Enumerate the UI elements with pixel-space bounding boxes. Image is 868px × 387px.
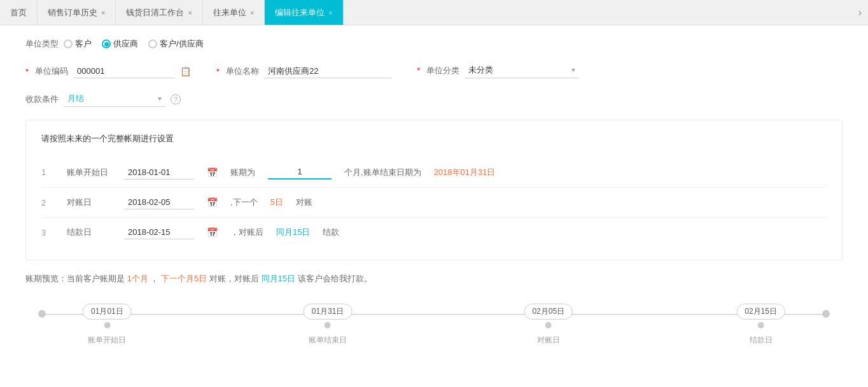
preview-sep2: 对账，对账后 xyxy=(209,274,259,283)
row-2-desc-prefix: ,下一个 xyxy=(230,197,258,208)
tl-badge-2-text: 01月31日 xyxy=(312,307,344,316)
tl-badge-3-text: 02月05日 xyxy=(532,307,564,316)
reconcile-date-cal-icon[interactable]: 📅 xyxy=(207,197,218,208)
unit-type-field: 单位类型 客户 供应商 客户/供应商 xyxy=(25,38,204,50)
payment-label: 收款条件 xyxy=(25,94,59,105)
radio-both-circle xyxy=(148,39,157,48)
payment-value: 月结 xyxy=(67,93,153,104)
tl-sublabel-3: 对账日 xyxy=(537,335,560,346)
preview-part2: 下一个月5日 xyxy=(161,274,207,283)
tl-badge-4: 02月15日 xyxy=(736,304,785,320)
tl-badge-1: 01月01日 xyxy=(83,304,132,320)
preview-label: 账期预览：当前客户账期是 xyxy=(25,274,125,283)
tl-dot-4 xyxy=(758,322,764,328)
unit-name-field: * 单位名称 xyxy=(216,64,391,78)
unit-category-field: * 单位分类 未分类 ▾ xyxy=(417,62,579,78)
radio-customer-circle xyxy=(64,39,73,48)
unit-code-field: * 单位编码 📋 xyxy=(25,64,191,78)
timeline-line xyxy=(38,314,830,315)
payment-field: 收款条件 月结 ▾ ? xyxy=(25,91,181,107)
tab-partner-unit-close[interactable]: × xyxy=(250,9,254,17)
help-icon[interactable]: ? xyxy=(171,94,181,104)
start-date-cal-icon[interactable]: 📅 xyxy=(207,167,218,178)
radio-both[interactable]: 客户/供应商 xyxy=(148,38,204,50)
tl-endpoint-left xyxy=(38,310,46,318)
tl-node-2: 01月31日 账单结束日 xyxy=(304,304,353,346)
unit-code-input[interactable] xyxy=(73,64,175,78)
radio-customer[interactable]: 客户 xyxy=(64,38,92,50)
payment-select[interactable]: 月结 ▾ xyxy=(64,91,165,107)
row-num-2: 2 xyxy=(41,198,54,208)
radio-customer-label: 客户 xyxy=(75,38,92,50)
tl-node-3: 02月05日 对账日 xyxy=(524,304,573,346)
unit-name-required: * xyxy=(216,67,220,76)
payment-date-input[interactable] xyxy=(124,225,194,239)
row-label-2: 对账日 xyxy=(67,197,111,208)
setting-row-2: 2 对账日 📅 ,下一个 5日 对账 xyxy=(41,188,827,218)
main-content: 单位类型 客户 供应商 客户/供应商 * 单位编码 xyxy=(0,25,868,387)
tab-home[interactable]: 首页 xyxy=(0,0,38,25)
tl-badge-4-text: 02月15日 xyxy=(745,307,777,316)
row-num-1: 1 xyxy=(41,167,54,177)
radio-group: 客户 供应商 客户/供应商 xyxy=(64,38,204,50)
setting-row-3: 3 结款日 📅 ，对账后 同月15日 结款 xyxy=(41,218,827,247)
start-date-input[interactable] xyxy=(124,165,194,179)
unit-category-chevron: ▾ xyxy=(571,66,575,74)
payment-chevron: ▾ xyxy=(158,94,162,103)
tab-home-label: 首页 xyxy=(10,7,27,18)
row-1-highlight: 2018年01月31日 xyxy=(434,167,496,178)
tl-dot-1 xyxy=(104,322,110,328)
tab-sales-order-history-close[interactable]: × xyxy=(101,9,105,17)
radio-both-label: 客户/供应商 xyxy=(160,38,204,50)
tab-edit-partner-close[interactable]: × xyxy=(328,9,332,17)
unit-category-label: 单位分类 xyxy=(426,65,459,76)
tl-badge-3: 02月05日 xyxy=(524,304,573,320)
unit-category-select[interactable]: 未分类 ▾ xyxy=(465,62,579,78)
info-row: * 单位编码 📋 * 单位名称 * 单位分类 未分类 ▾ xyxy=(25,62,843,78)
tl-endpoint-right xyxy=(822,310,830,318)
unit-name-label: 单位名称 xyxy=(226,66,259,77)
tab-edit-partner[interactable]: 编辑往来单位 × xyxy=(265,0,343,25)
tab-edit-partner-label: 编辑往来单位 xyxy=(275,7,325,18)
preview-suffix: 该客户会给我打款。 xyxy=(298,274,372,283)
tl-dot-3 xyxy=(545,322,552,328)
radio-supplier-circle xyxy=(102,39,111,48)
tab-cash-workbench-close[interactable]: × xyxy=(188,9,192,17)
unit-type-row: 单位类型 客户 供应商 客户/供应商 xyxy=(25,38,843,50)
unit-code-required: * xyxy=(25,67,29,76)
row-num-3: 3 xyxy=(41,228,54,237)
tab-partner-unit[interactable]: 往来单位 × xyxy=(203,0,265,25)
unit-name-input[interactable] xyxy=(264,64,391,78)
unit-category-required: * xyxy=(417,66,420,75)
row-label-3: 结款日 xyxy=(67,227,111,238)
row-label-1: 账单开始日 xyxy=(67,167,111,178)
radio-supplier-label: 供应商 xyxy=(113,38,138,50)
tab-sales-order-history[interactable]: 销售订单历史 × xyxy=(38,0,116,25)
preview-part3: 同月15日 xyxy=(262,274,295,283)
row-3-desc-prefix: ，对账后 xyxy=(230,227,263,238)
tl-dot-2 xyxy=(325,322,331,328)
setting-row-1: 1 账单开始日 📅 账期为 个月,账单结束日期为 2018年01月31日 xyxy=(41,157,827,188)
timeline-wrapper: 01月01日 账单开始日 01月31日 账单结束日 02月05日 对账日 02月… xyxy=(25,304,843,348)
tl-sublabel-2: 账单结束日 xyxy=(309,335,347,346)
tl-node-4: 02月15日 结款日 xyxy=(736,304,785,346)
unit-code-icon[interactable]: 📋 xyxy=(180,66,191,76)
payment-date-cal-icon[interactable]: 📅 xyxy=(207,227,218,237)
period-input[interactable] xyxy=(268,165,332,179)
card-title: 请按照未来的一个完整帐期进行设置 xyxy=(41,133,827,144)
row-3-highlight: 同月15日 xyxy=(276,227,310,238)
tab-partner-unit-label: 往来单位 xyxy=(213,7,246,18)
tl-sublabel-4: 结款日 xyxy=(750,335,773,346)
tl-badge-2: 01月31日 xyxy=(304,304,353,320)
settings-card: 请按照未来的一个完整帐期进行设置 1 账单开始日 📅 账期为 个月,账单结束日期… xyxy=(25,120,843,260)
reconcile-date-input[interactable] xyxy=(124,195,194,209)
tl-node-1: 01月01日 账单开始日 xyxy=(83,304,132,346)
tab-more-button[interactable]: › xyxy=(852,0,868,25)
radio-supplier[interactable]: 供应商 xyxy=(102,38,138,50)
tab-cash-workbench[interactable]: 钱货日清工作台 × xyxy=(116,0,202,25)
preview-sep1: ， xyxy=(150,274,158,283)
row-1-desc-suffix: 个月,账单结束日期为 xyxy=(344,167,421,178)
row-3-desc-suffix: 结款 xyxy=(323,227,339,238)
unit-category-value: 未分类 xyxy=(468,64,566,76)
tl-sublabel-1: 账单开始日 xyxy=(88,335,126,346)
